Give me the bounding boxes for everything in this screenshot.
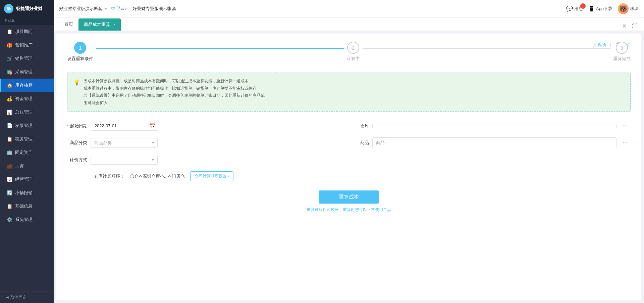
sidebar-item-marketing[interactable]: 🎁 营销推广 [0,38,54,52]
warehouse-order-row: 仓库计算顺序： 总仓->深圳仓库->...->门店仓 仓库计算顺序设置 › [67,171,631,181]
sidebar-item-tax[interactable]: 📋 税务管理 [0,132,54,146]
step-1-label: 设置重算条件 [67,56,93,62]
sidebar-label: 库存核算 [15,82,33,88]
account-selector[interactable]: 好业财专业版演示帐套 ▾ [59,6,107,12]
sidebar-item-finance[interactable]: 💰 资金管理 [0,92,54,105]
product-dots-btn[interactable]: ··· [620,138,631,147]
warehouse-order-settings-button[interactable]: 仓库计算顺序设置 › [190,171,233,181]
sidebar-item-system[interactable]: ⚙️ 系统管理 [0,213,54,226]
avatar: 🐻 [618,3,629,14]
sidebar-label: 基础信息 [15,203,33,209]
step-2-label: 计算中 [347,56,360,62]
tab-close-icon[interactable]: × [113,23,115,27]
pricing-row: 计价方式 [67,155,631,165]
purchase-icon: 🛍️ [6,69,12,75]
start-date-input[interactable] [91,121,158,131]
step-1: 1 设置重算条件 [67,42,93,62]
step-3: 3 重算完成 [613,42,631,62]
expand-panel-icon[interactable]: ⛶ [631,22,639,31]
step-line-2 [363,48,611,49]
step-2: 2 计算中 [347,42,360,62]
product-input[interactable]: 商品 [372,137,616,148]
sidebar-label: 总账管理 [15,109,33,115]
topbar-right: 💬 消息 1 📱 App下载 🐻 珠珠 [566,3,639,14]
tab-active-label: 商品成本重算 [84,21,110,28]
app-logo-icon: 畅 [4,4,13,13]
sidebar-item-salary[interactable]: 💼 工资 [0,159,54,173]
category-label: 商品分类 [67,140,87,146]
marketing-icon: 🎁 [6,42,12,48]
sidebar-item-accounting[interactable]: 📊 总账管理 [0,105,54,119]
step-line-1 [96,48,344,49]
tax-icon: 📋 [6,136,12,142]
dropdown-icon: ▾ [105,6,107,11]
warehouse-order-btn-label: 仓库计算顺序设置 › [195,173,229,179]
app-subtitle: 专业版 [0,17,54,25]
warehouse-order-value: 总仓->深圳仓库->...->门店仓 [130,173,185,179]
step-3-label: 重算完成 [613,56,631,62]
accounting-icon: 📊 [6,109,12,115]
sidebar-label: 系统管理 [15,217,33,223]
close-panel-icon[interactable]: ✕ [621,21,628,31]
app-title: 畅捷通好业财 [16,6,42,12]
messages-button[interactable]: 💬 消息 1 [566,5,583,12]
sidebar-item-operations[interactable]: 📈 经营管理 [0,173,54,186]
app-download-button[interactable]: 📱 App下载 [588,6,612,12]
sidebar-label: 项目顾问 [15,29,33,35]
sidebar-item-basic[interactable]: 📋 基础信息 [0,200,54,213]
sidebar-label: 工资 [15,163,24,169]
recalc-hint: 重算过程耗时较长，重算时您可以正常使用产品 [307,207,391,213]
tabs-bar: 首页 商品成本重算 × ✕ ⛶ [54,17,644,31]
sidebar-item-purchase[interactable]: 🛍️ 采购管理 [0,65,54,79]
video-label: 视频 [597,42,606,48]
tab-home[interactable]: 首页 [59,18,78,31]
start-date-label: 起始日期 [67,123,88,129]
verified-badge: 🛡 已认证 [111,6,128,11]
category-select[interactable]: 商品分类 [91,138,158,148]
sidebar-item-sales[interactable]: 🛒 销售管理 [0,52,54,65]
main-area: 好业财专业版演示帐套 ▾ 🛡 已认证 好业财专业版演示帐套 💬 消息 1 📱 A… [54,0,644,303]
recalc-button[interactable]: 重算成本 [319,190,379,204]
sidebar-unpin-button[interactable]: ◄ 取消固定 [0,292,54,303]
sidebar-nav: 📋 项目顾问 🎁 营销推广 🛒 销售管理 🛍️ 采购管理 🏠 库存核算 💰 资金… [0,25,54,292]
start-date-input-wrap: 📅 [91,121,158,131]
main-action-row: 重算成本 重算过程耗时较长，重算时您可以正常使用产品 [67,190,631,213]
sales-icon: 🛒 [6,55,12,61]
shield-icon: 🛡 [111,6,115,11]
warehouse-input[interactable] [372,124,616,128]
tab-cost-recalc[interactable]: 商品成本重算 × [78,18,121,31]
sidebar-label: 小畅报销 [15,190,33,196]
sidebar-item-expense[interactable]: 🔄 小畅报销 [0,186,54,200]
info-line-4: 围可能会扩大 [84,99,265,107]
assets-icon: 🏢 [6,149,12,156]
step-1-circle: 1 [74,42,86,54]
system-icon: ⚙️ [6,217,12,223]
video-link[interactable]: ▷ 视频 [593,42,606,48]
sidebar-item-assets[interactable]: 🏢 固定资产 [0,146,54,159]
product-group: 商品 商品 ··· [349,137,631,148]
user-avatar-button[interactable]: 🐻 珠珠 [618,3,639,14]
pricing-select[interactable] [91,155,158,165]
info-box: 💡 因成本计算参数调整，或是对商品成本有疑问时，可以通过成本重算功能，重新计算一… [67,73,631,112]
warehouse-dots-btn[interactable]: ··· [620,122,631,130]
step-3-circle: 3 [616,42,628,54]
unpin-label: ◄ 取消固定 [5,295,26,300]
form-row-1: 起始日期 📅 仓库 ··· [67,121,631,131]
tab-home-label: 首页 [64,21,73,27]
basic-icon: 📋 [6,203,12,209]
sidebar-item-project[interactable]: 📋 项目顾问 [0,25,54,38]
pricing-label: 计价方式 [67,157,87,163]
mobile-icon: 📱 [588,6,595,12]
calendar-icon[interactable]: 📅 [150,123,155,129]
account-name: 好业财专业版演示帐套 [59,6,103,12]
play-icon: ▷ [593,42,596,47]
step-2-circle: 2 [347,42,359,54]
message-badge: 1 [580,3,586,9]
page-content: 1 设置重算条件 2 计算中 3 重算完成 ▷ 视频 [56,34,641,300]
sidebar-item-inventory[interactable]: 🏠 库存核算 [0,79,54,92]
sidebar-item-invoice[interactable]: 📄 发票管理 [0,119,54,132]
operations-icon: 📈 [6,176,12,182]
sidebar-header: 畅 畅捷通好业财 [0,0,54,17]
sidebar-label: 经营管理 [15,176,33,182]
invoice-icon: 📄 [6,123,12,129]
